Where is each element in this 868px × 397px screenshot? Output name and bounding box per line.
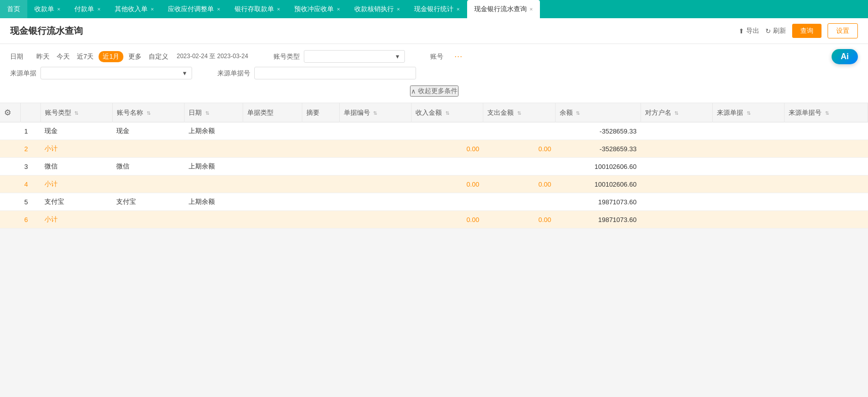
close-icon-bank-deposit[interactable]: × bbox=[277, 6, 280, 12]
nav-label-adjustment: 应收应付调整单 bbox=[168, 5, 214, 14]
source-doc-label: 来源单据 bbox=[10, 69, 36, 78]
th-expense-label: 支出金额 bbox=[487, 109, 514, 116]
th-doc-no[interactable]: 单据编号 ⇅ bbox=[339, 103, 411, 122]
settings-button[interactable]: 设置 bbox=[828, 23, 858, 38]
sort-icon-acct-name: ⇅ bbox=[147, 110, 151, 116]
date-opt-more[interactable]: 更多 bbox=[126, 51, 144, 62]
date-opt-1month[interactable]: 近1月 bbox=[99, 51, 123, 62]
nav-label-writeoff: 收款核销执行 bbox=[354, 5, 394, 14]
close-icon-adjustment[interactable]: × bbox=[217, 6, 220, 12]
th-acct-name-label: 账号名称 bbox=[117, 109, 143, 116]
date-opt-yesterday[interactable]: 昨天 bbox=[34, 51, 52, 62]
nav-item-advance[interactable]: 预收冲应收单 × bbox=[287, 0, 347, 18]
date-options: 昨天 今天 近7天 近1月 更多 自定义 bbox=[34, 51, 170, 62]
th-acct-type-label: 账号类型 bbox=[45, 109, 71, 116]
th-balance[interactable]: 余额 ⇅ bbox=[555, 103, 641, 122]
export-label: 导出 bbox=[746, 26, 759, 35]
th-counterpart[interactable]: 对方户名 ⇅ bbox=[641, 103, 712, 122]
close-icon-other-income[interactable]: × bbox=[151, 6, 154, 12]
account-no-dots[interactable]: ··· bbox=[454, 52, 463, 61]
th-counterpart-label: 对方户名 bbox=[645, 109, 671, 116]
account-no-filter: 账号 ··· bbox=[430, 52, 463, 61]
table-header-row: ⚙ 账号类型 ⇅ 账号名称 ⇅ 日期 ⇅ 单据类型 bbox=[0, 103, 868, 122]
th-date[interactable]: 日期 ⇅ bbox=[185, 103, 243, 122]
sort-icon-doc-no: ⇅ bbox=[373, 110, 377, 116]
export-button[interactable]: ⬆ 导出 bbox=[739, 26, 759, 35]
nav-item-cashbank-flow[interactable]: 现金银行流水查询 × bbox=[467, 0, 540, 18]
th-income[interactable]: 收入金额 ⇅ bbox=[412, 103, 483, 122]
collapse-button[interactable]: ∧ 收起更多条件 bbox=[410, 85, 459, 97]
refresh-icon: ↻ bbox=[765, 27, 771, 35]
nav-item-writeoff[interactable]: 收款核销执行 × bbox=[347, 0, 407, 18]
refresh-label: 刷新 bbox=[773, 26, 786, 35]
th-src-doc-no[interactable]: 来源单据号 ⇅ bbox=[785, 103, 868, 122]
nav-item-bank-deposit[interactable]: 银行存取款单 × bbox=[227, 0, 287, 18]
table-row: 3微信微信上期余额100102606.60 bbox=[0, 158, 868, 175]
nav-item-other-income[interactable]: 其他收入单 × bbox=[108, 0, 161, 18]
th-income-label: 收入金额 bbox=[416, 109, 442, 116]
nav-label-advance: 预收冲应收单 bbox=[294, 5, 334, 14]
account-type-select[interactable]: ▾ bbox=[304, 50, 405, 63]
collapse-up-icon: ∧ bbox=[411, 87, 416, 95]
page-title: 现金银行流水查询 bbox=[10, 25, 83, 37]
nav-label-bank-deposit: 银行存取款单 bbox=[235, 5, 274, 14]
date-label: 日期 bbox=[10, 52, 30, 61]
ai-button[interactable]: Ai bbox=[832, 49, 858, 64]
date-range: 2023-02-24 至 2023-03-24 bbox=[176, 52, 248, 61]
sort-icon-src-doc-no: ⇅ bbox=[825, 110, 829, 116]
source-doc-chevron-icon: ▾ bbox=[183, 69, 187, 77]
table-row: 2小计0.000.00-3528659.33 bbox=[0, 140, 868, 158]
date-opt-7days[interactable]: 近7天 bbox=[75, 51, 96, 62]
table-body: 1现金现金上期余额-3528659.332小计0.000.00-3528659.… bbox=[0, 122, 868, 229]
top-nav: 首页 收款单 × 付款单 × 其他收入单 × 应收应付调整单 × 银行存取款单 … bbox=[0, 0, 868, 18]
chevron-down-icon: ▾ bbox=[396, 53, 399, 60]
th-expense[interactable]: 支出金额 ⇅ bbox=[483, 103, 555, 122]
filter-row-source: 来源单据 ▾ 来源单据号 bbox=[10, 67, 858, 79]
page-header: 现金银行流水查询 ⬆ 导出 ↻ 刷新 查询 设置 bbox=[0, 18, 868, 44]
nav-item-payments[interactable]: 付款单 × bbox=[67, 0, 107, 18]
nav-item-home[interactable]: 首页 bbox=[0, 0, 27, 18]
th-src-doc[interactable]: 来源单据 ⇅ bbox=[713, 103, 785, 122]
th-summary-label: 摘要 bbox=[306, 109, 319, 116]
nav-item-receipts[interactable]: 收款单 × bbox=[27, 0, 67, 18]
sort-icon-date: ⇅ bbox=[205, 110, 209, 116]
filter-area: 日期 昨天 今天 近7天 近1月 更多 自定义 2023-02-24 至 202… bbox=[0, 44, 868, 103]
table-row: 5支付宝支付宝上期余额19871073.60 bbox=[0, 193, 868, 211]
close-icon-writeoff[interactable]: × bbox=[397, 6, 400, 12]
source-doc-filter: 来源单据 ▾ bbox=[10, 67, 192, 79]
close-icon-cashbank-flow[interactable]: × bbox=[530, 6, 533, 12]
th-summary: 摘要 bbox=[302, 103, 339, 122]
th-date-label: 日期 bbox=[189, 109, 202, 116]
date-opt-today[interactable]: 今天 bbox=[55, 51, 72, 62]
refresh-button[interactable]: ↻ 刷新 bbox=[765, 26, 786, 35]
source-doc-no-label: 来源单据号 bbox=[217, 69, 250, 78]
th-doc-type: 单据类型 bbox=[243, 103, 302, 122]
date-filter-item: 日期 昨天 今天 近7天 近1月 更多 自定义 2023-02-24 至 202… bbox=[10, 51, 248, 62]
data-table: ⚙ 账号类型 ⇅ 账号名称 ⇅ 日期 ⇅ 单据类型 bbox=[0, 103, 868, 229]
th-src-doc-no-label: 来源单据号 bbox=[789, 109, 821, 116]
nav-label-cashbank-stats: 现金银行统计 bbox=[414, 5, 453, 14]
account-no-label: 账号 bbox=[430, 52, 450, 61]
nav-item-cashbank-stats[interactable]: 现金银行统计 × bbox=[407, 0, 467, 18]
query-button[interactable]: 查询 bbox=[792, 24, 821, 38]
th-settings[interactable]: ⚙ bbox=[0, 103, 20, 122]
filter-row-date: 日期 昨天 今天 近7天 近1月 更多 自定义 2023-02-24 至 202… bbox=[10, 50, 858, 63]
nav-label-other-income: 其他收入单 bbox=[115, 5, 148, 14]
nav-item-adjustment[interactable]: 应收应付调整单 × bbox=[161, 0, 227, 18]
table-row: 6小计0.000.0019871073.60 bbox=[0, 211, 868, 229]
close-icon-payments[interactable]: × bbox=[97, 6, 100, 12]
date-opt-custom[interactable]: 自定义 bbox=[147, 51, 170, 62]
source-doc-select[interactable]: ▾ bbox=[40, 67, 192, 79]
th-acct-type[interactable]: 账号类型 ⇅ bbox=[40, 103, 112, 122]
th-balance-label: 余额 bbox=[560, 109, 573, 116]
table-container: ⚙ 账号类型 ⇅ 账号名称 ⇅ 日期 ⇅ 单据类型 bbox=[0, 103, 868, 229]
sort-icon-income: ⇅ bbox=[445, 110, 449, 116]
close-icon-receipts[interactable]: × bbox=[57, 6, 60, 12]
source-doc-no-input[interactable] bbox=[254, 67, 416, 79]
table-settings-icon[interactable]: ⚙ bbox=[4, 108, 11, 117]
close-icon-cashbank-stats[interactable]: × bbox=[456, 6, 460, 12]
close-icon-advance[interactable]: × bbox=[337, 6, 340, 12]
account-type-label: 账号类型 bbox=[273, 52, 300, 61]
th-acct-name[interactable]: 账号名称 ⇅ bbox=[112, 103, 184, 122]
nav-label-receipts: 收款单 bbox=[34, 5, 54, 14]
